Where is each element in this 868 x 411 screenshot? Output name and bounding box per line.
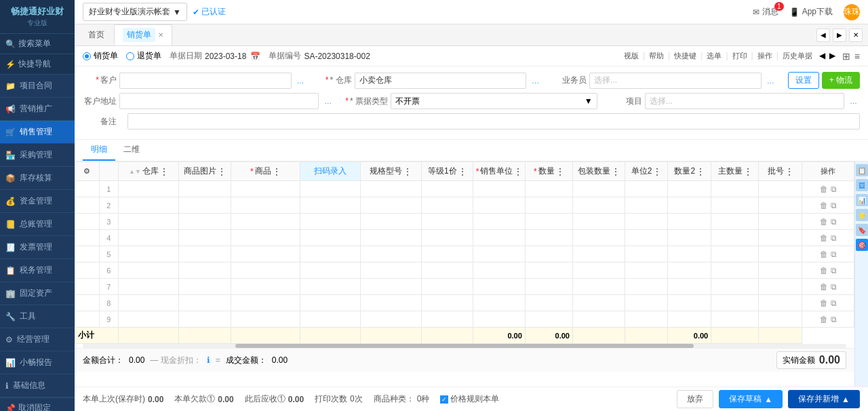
row-batch-cell[interactable] bbox=[759, 295, 802, 311]
row-batch-cell[interactable] bbox=[759, 214, 802, 230]
row-main-qty-cell[interactable] bbox=[711, 311, 759, 328]
row-unit2-cell[interactable] bbox=[625, 311, 668, 328]
row-unit-cell[interactable] bbox=[473, 279, 526, 295]
sidebar-item-purchase[interactable]: 🏪 采购管理 bbox=[0, 144, 75, 167]
row-unit2-cell[interactable] bbox=[625, 246, 668, 262]
row-price1-cell[interactable] bbox=[421, 214, 473, 230]
row-warehouse-cell[interactable] bbox=[118, 181, 178, 197]
row-spec-cell[interactable] bbox=[361, 311, 421, 328]
save-new-dropdown-icon[interactable]: ▲ bbox=[842, 395, 850, 404]
row-batch-cell[interactable] bbox=[759, 197, 802, 214]
save-draft-btn[interactable]: 保存草稿 ▲ bbox=[719, 390, 783, 408]
sidebar-item-operations[interactable]: ⚙ 经营管理 bbox=[0, 328, 75, 351]
info-icon[interactable]: ℹ bbox=[207, 355, 210, 365]
sidebar-item-fund[interactable]: 💰 资金管理 bbox=[0, 190, 75, 213]
row-batch-cell[interactable] bbox=[759, 246, 802, 262]
row-main-qty-cell[interactable] bbox=[711, 295, 759, 311]
row-spec-cell[interactable] bbox=[361, 181, 421, 197]
select-btn[interactable]: 选单 bbox=[707, 51, 722, 62]
row-qty2-cell[interactable] bbox=[668, 197, 711, 214]
set-btn[interactable]: 设置 bbox=[788, 72, 819, 89]
grid-view-btn[interactable]: ⊞ bbox=[842, 51, 850, 62]
row-spec-cell[interactable] bbox=[361, 279, 421, 295]
col-qty[interactable]: * 数量⋮ bbox=[525, 162, 572, 181]
row-price1-cell[interactable] bbox=[421, 230, 473, 246]
row-product-cell[interactable] bbox=[231, 230, 300, 246]
row-unit2-cell[interactable] bbox=[625, 279, 668, 295]
col-unit[interactable]: * 销售单位⋮ bbox=[473, 162, 526, 181]
row-img-cell[interactable] bbox=[179, 214, 231, 230]
row-main-qty-cell[interactable] bbox=[711, 197, 759, 214]
row-unit2-cell[interactable] bbox=[625, 197, 668, 214]
row-pkg-qty-cell[interactable] bbox=[573, 279, 625, 295]
nav-next-btn[interactable]: ▶ bbox=[829, 51, 835, 62]
row-price1-cell[interactable] bbox=[421, 262, 473, 279]
save-draft-dropdown-icon[interactable]: ▲ bbox=[764, 395, 772, 404]
row-delete-btn[interactable]: 🗑 bbox=[820, 217, 828, 227]
row-pkg-qty-cell[interactable] bbox=[573, 214, 625, 230]
row-copy-btn[interactable]: ⧉ bbox=[831, 315, 837, 324]
row-img-cell[interactable] bbox=[179, 197, 231, 214]
row-qty-cell[interactable] bbox=[525, 181, 572, 197]
price-rule-check-box[interactable]: ✓ bbox=[440, 395, 448, 404]
tab-home[interactable]: 首页 bbox=[80, 26, 113, 43]
row-spec-cell[interactable] bbox=[361, 295, 421, 311]
row-pkg-qty-cell[interactable] bbox=[573, 262, 625, 279]
row-spec-cell[interactable] bbox=[361, 246, 421, 262]
row-img-cell[interactable] bbox=[179, 262, 231, 279]
row-qty2-cell[interactable] bbox=[668, 262, 711, 279]
panel-icon-star[interactable]: ⭐ bbox=[856, 209, 868, 221]
company-selector[interactable]: 好业财专业版演示帐套 ▼ bbox=[83, 3, 187, 21]
panel-icon-chart[interactable]: 📊 bbox=[856, 194, 868, 206]
customer-dots-btn[interactable]: … bbox=[294, 77, 307, 85]
row-scan-cell[interactable] bbox=[300, 295, 360, 311]
calendar-icon[interactable]: 📅 bbox=[250, 52, 260, 61]
row-qty2-cell[interactable] bbox=[668, 246, 711, 262]
tab-next-btn[interactable]: ▶ bbox=[833, 28, 846, 42]
row-delete-btn[interactable]: 🗑 bbox=[820, 201, 828, 210]
row-spec-cell[interactable] bbox=[361, 230, 421, 246]
sidebar-item-tools[interactable]: 🔧 工具 bbox=[0, 305, 75, 328]
view-btn[interactable]: 视版 bbox=[624, 51, 639, 62]
row-unit-cell[interactable] bbox=[473, 181, 526, 197]
row-batch-cell[interactable] bbox=[759, 311, 802, 328]
row-unit2-cell[interactable] bbox=[625, 262, 668, 279]
row-product-cell[interactable] bbox=[231, 295, 300, 311]
col-price1[interactable]: 等级1价⋮ bbox=[421, 162, 473, 181]
row-scan-cell[interactable] bbox=[300, 262, 360, 279]
col-product-img[interactable]: 商品图片⋮ bbox=[179, 162, 231, 181]
row-delete-btn[interactable]: 🗑 bbox=[820, 233, 828, 243]
row-warehouse-cell[interactable] bbox=[118, 197, 178, 214]
row-img-cell[interactable] bbox=[179, 295, 231, 311]
col-pkg-qty[interactable]: 包装数量⋮ bbox=[573, 162, 625, 181]
row-delete-btn[interactable]: 🗑 bbox=[820, 298, 828, 308]
row-spec-cell[interactable] bbox=[361, 214, 421, 230]
tab-prev-btn[interactable]: ◀ bbox=[816, 28, 830, 42]
sidebar-item-marketing[interactable]: 📢 营销推广 bbox=[0, 98, 75, 121]
row-main-qty-cell[interactable] bbox=[711, 230, 759, 246]
save-new-btn[interactable]: 保存并新增 ▲ bbox=[788, 390, 860, 408]
list-view-btn[interactable]: ≡ bbox=[854, 51, 860, 62]
row-price1-cell[interactable] bbox=[421, 246, 473, 262]
sidebar-item-fixed-assets[interactable]: 🏢 固定资产 bbox=[0, 282, 75, 305]
row-qty-cell[interactable] bbox=[525, 311, 572, 328]
row-unit-cell[interactable] bbox=[473, 295, 526, 311]
row-qty-cell[interactable] bbox=[525, 279, 572, 295]
panel-icon-active[interactable]: 🎯 bbox=[856, 239, 868, 251]
row-price1-cell[interactable] bbox=[421, 197, 473, 214]
row-warehouse-cell[interactable] bbox=[118, 230, 178, 246]
row-copy-btn[interactable]: ⧉ bbox=[831, 282, 837, 292]
tab-detail[interactable]: 明细 bbox=[83, 140, 115, 161]
row-main-qty-cell[interactable] bbox=[711, 181, 759, 197]
row-copy-btn[interactable]: ⧉ bbox=[831, 298, 837, 308]
radio-sales-order[interactable]: 销货单 bbox=[83, 50, 118, 62]
row-copy-btn[interactable]: ⧉ bbox=[831, 217, 837, 227]
row-scan-cell[interactable] bbox=[300, 181, 360, 197]
message-btn[interactable]: ✉ 1 消息 bbox=[753, 6, 778, 18]
row-img-cell[interactable] bbox=[179, 246, 231, 262]
row-copy-btn[interactable]: ⧉ bbox=[831, 250, 837, 259]
row-unit-cell[interactable] bbox=[473, 230, 526, 246]
row-price1-cell[interactable] bbox=[421, 311, 473, 328]
row-scan-cell[interactable] bbox=[300, 197, 360, 214]
note-input[interactable] bbox=[127, 113, 860, 130]
